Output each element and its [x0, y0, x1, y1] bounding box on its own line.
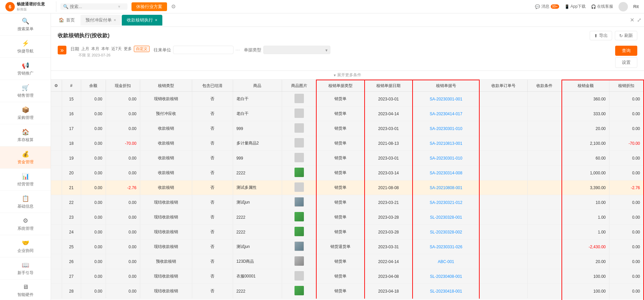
cell: 2023-04-14: [365, 106, 413, 121]
cell: 否: [192, 166, 233, 180]
verify-bill-link[interactable]: SA-20210808-001: [430, 185, 462, 190]
filter-expand-button[interactable]: »: [58, 46, 66, 54]
verify-bill-link[interactable]: SL-20230328-002: [430, 230, 462, 234]
cell: 衣服00001: [233, 269, 282, 284]
verify-bill-link[interactable]: SL-20230328-001: [430, 215, 462, 220]
setting-button[interactable]: 设置: [615, 57, 637, 68]
date-opt-last-month[interactable]: 上月: [81, 46, 89, 52]
message-button[interactable]: 💬 消息 99+: [535, 4, 559, 9]
cell: 0.00: [609, 121, 644, 136]
tab-home[interactable]: 🏠 首页: [54, 15, 80, 26]
verify-bill-link[interactable]: SL-20230418-001: [430, 289, 462, 294]
verify-bill-link[interactable]: SA-20230414-017: [430, 112, 462, 116]
sidebar-item-finance[interactable]: 💰 资金管理: [0, 146, 51, 169]
verify-bill-link[interactable]: SA-20230331-026: [430, 245, 462, 249]
verify-bill-no-cell[interactable]: SL-20230408-001: [413, 269, 479, 284]
verify-bill-no-cell[interactable]: SA-20230301-010: [413, 121, 479, 136]
search-area[interactable]: 🔍 ▾: [60, 3, 127, 10]
partner-filter-group: 往来单位 ···: [154, 46, 240, 54]
export-button[interactable]: ⬆ 导出: [590, 31, 612, 40]
verify-bill-link[interactable]: SA-20230314-008: [430, 171, 462, 175]
cell: 2023-03-14: [365, 166, 413, 180]
app-download-button[interactable]: 📱 App下载: [565, 4, 586, 9]
verify-bill-link[interactable]: SA-20230301-001: [430, 97, 462, 101]
verify-bill-no-cell[interactable]: SA-20210813-001: [413, 136, 479, 151]
verify-bill-link[interactable]: SA-20230301-010: [430, 126, 462, 131]
cell: 否: [192, 284, 233, 299]
sidebar-item-inventory[interactable]: 🏠 库存核算: [0, 124, 51, 146]
search-input[interactable]: [70, 4, 117, 9]
tab-prepay-close[interactable]: ×: [114, 18, 116, 23]
verify-bill-no-cell[interactable]: SA-20230414-017: [413, 106, 479, 121]
verify-bill-no-cell[interactable]: SL-20230418-001: [413, 284, 479, 299]
col-include-settled: 包含已结清: [192, 80, 233, 92]
col-cash-discount: 现金折扣: [106, 80, 140, 92]
avatar[interactable]: [619, 2, 628, 11]
sidebar-item-purchase[interactable]: 📦 采购管理: [0, 102, 51, 124]
table-wrapper[interactable]: ⚙ # 余额 现金折扣 核销类型 包含已结清 商品 商品图片 核销单据类型 核销…: [51, 80, 644, 300]
date-opt-7days[interactable]: 近7天: [111, 46, 122, 52]
cell: 0.00: [609, 210, 644, 225]
gear-icon[interactable]: ⚙: [171, 3, 176, 10]
tab-collection-label: 收款核销执行: [127, 17, 153, 23]
tab-collection-close[interactable]: ×: [155, 18, 157, 23]
sidebar-item-hardware[interactable]: 🖥 智能硬件: [0, 280, 51, 300]
cell: [479, 269, 527, 284]
table-settings-icon[interactable]: ⚙: [54, 83, 58, 88]
cell: [51, 166, 62, 180]
verify-bill-no-cell[interactable]: SL-20230328-002: [413, 225, 479, 240]
date-opt-more[interactable]: 更多: [124, 46, 132, 52]
query-button[interactable]: 查询: [615, 46, 637, 56]
order-type-select[interactable]: [263, 46, 330, 54]
refresh-button[interactable]: ↻ 刷新: [615, 31, 637, 40]
date-opt-this-year[interactable]: 本年: [101, 46, 109, 52]
verify-bill-no-cell[interactable]: SA-20230301-001: [413, 92, 479, 106]
refresh-icon: ↻: [619, 33, 623, 38]
cell: [282, 166, 316, 180]
sidebar-item-operations[interactable]: 📊 经营管理: [0, 169, 51, 191]
expand-tab-button[interactable]: ⤢: [637, 17, 641, 23]
verify-bill-link[interactable]: SA-20230321-012: [430, 200, 462, 205]
verify-bill-link[interactable]: SL-20230408-001: [430, 274, 462, 279]
close-tab-button[interactable]: ✕: [630, 17, 634, 23]
online-service-button[interactable]: 🎧 在线客服: [591, 4, 613, 9]
col-settings[interactable]: ⚙: [51, 80, 62, 92]
tab-prepay[interactable]: 预付冲应付单 ×: [80, 15, 121, 26]
date-opt-this-month[interactable]: 本月: [91, 46, 99, 52]
verify-bill-no-cell[interactable]: SA-20230331-026: [413, 240, 479, 254]
col-product-img: 商品图片: [282, 80, 316, 92]
sidebar-item-search[interactable]: 🔍 搜索菜单: [0, 13, 51, 36]
cell: -2.76: [106, 180, 140, 195]
table-row: 190.000.00收款核销否999销货单2023-03-01SA-202303…: [51, 151, 644, 166]
solution-button[interactable]: 休验行业方案: [131, 2, 167, 11]
sidebar-item-sales[interactable]: 🛒 销售管理: [0, 80, 51, 102]
verify-bill-no-cell[interactable]: SA-20230314-008: [413, 166, 479, 180]
date-opt-custom[interactable]: 白定义: [134, 46, 150, 52]
top-bar: 6 畅捷通谱好生意 标推版 🔍 ▾ 休验行业方案 ⚙ 💬 消息 99+ 📱 Ap…: [0, 0, 644, 13]
sidebar-item-basics[interactable]: 📋 基础信息: [0, 191, 51, 213]
tab-collection[interactable]: 收款核销执行 ×: [122, 15, 162, 26]
sidebar-item-collab[interactable]: 🤝 企业协同: [0, 235, 51, 257]
sidebar-item-system[interactable]: ⚙ 系统管理: [0, 213, 51, 235]
verify-bill-no-cell[interactable]: SA-20210808-001: [413, 180, 479, 195]
sidebar-item-quicknav[interactable]: ⚡ 快捷导航: [0, 36, 51, 58]
cell: 测试jun: [233, 240, 282, 254]
partner-input[interactable]: [173, 46, 233, 54]
sidebar-item-guide[interactable]: 📖 新手引导: [0, 257, 51, 280]
verify-bill-link[interactable]: ABC-001: [438, 259, 454, 264]
verify-bill-no-cell[interactable]: SL-20230328-001: [413, 210, 479, 225]
cell: 多计量商品2: [233, 136, 282, 151]
col-verify-discount: 核销折扣: [609, 80, 644, 92]
expand-more-button[interactable]: ▾ 展开更多条件: [334, 72, 361, 78]
verify-bill-link[interactable]: SA-20230301-010: [430, 156, 462, 161]
verify-bill-no-cell[interactable]: SA-20230321-012: [413, 195, 479, 210]
sidebar-item-marketing[interactable]: 📢 营销推广: [0, 58, 51, 80]
cell: 1.00: [562, 210, 609, 225]
verify-bill-link[interactable]: SA-20210813-001: [430, 141, 462, 146]
verify-bill-no-cell[interactable]: ABC-001: [413, 254, 479, 269]
cell: [51, 210, 62, 225]
verify-bill-no-cell[interactable]: SA-20230301-010: [413, 151, 479, 166]
cell: 2,100.00: [562, 136, 609, 151]
table-row: 220.000.00现结收款核销否测试jun销货单2023-03-21SA-20…: [51, 195, 644, 210]
cell: 100.00: [562, 284, 609, 299]
